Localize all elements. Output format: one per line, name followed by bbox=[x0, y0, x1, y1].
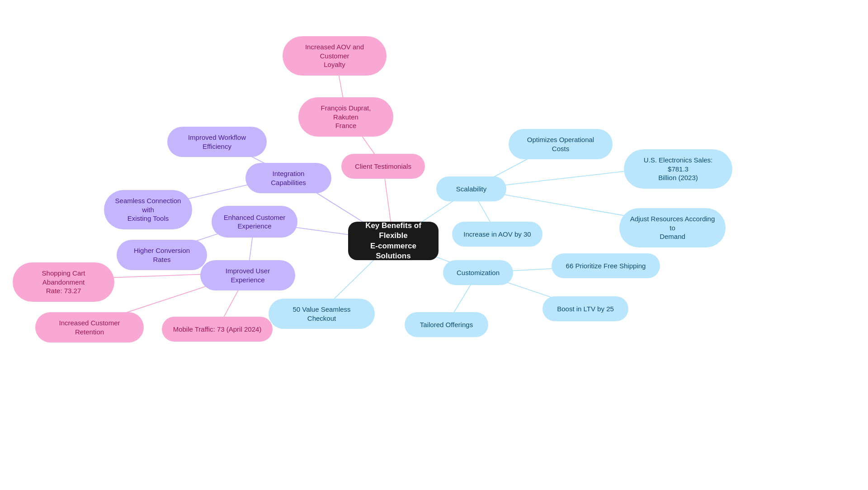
node-optimizes_costs: Optimizes Operational Costs bbox=[509, 129, 613, 159]
node-us_electronics: U.S. Electronics Sales: $781.3 Billion (… bbox=[624, 149, 732, 189]
node-seamless: Seamless Connection with Existing Tools bbox=[104, 190, 192, 229]
node-mobile_traffic: Mobile Traffic: 73 (April 2024) bbox=[162, 317, 273, 342]
node-francois: François Duprat, Rakuten France bbox=[298, 97, 393, 137]
node-seamless_checkout: 50 Value Seamless Checkout bbox=[269, 299, 375, 329]
node-client_testimonials: Client Testimonials bbox=[341, 154, 425, 179]
node-scalability: Scalability bbox=[436, 176, 506, 201]
node-prioritize_shipping: 66 Prioritize Free Shipping bbox=[552, 253, 660, 278]
node-aov_loyalty: Increased AOV and Customer Loyalty bbox=[283, 36, 387, 76]
node-boost_ltv: Boost in LTV by 25 bbox=[542, 296, 628, 321]
node-higher_conv: Higher Conversion Rates bbox=[117, 240, 207, 270]
center-node: Key Benefits of Flexible E-commerce Solu… bbox=[348, 222, 439, 260]
node-increase_aov: Increase in AOV by 30 bbox=[452, 222, 542, 247]
node-tailored: Tailored Offerings bbox=[405, 312, 488, 337]
node-enhanced_cx: Enhanced Customer Experience bbox=[212, 206, 297, 238]
node-integration: Integration Capabilities bbox=[245, 163, 331, 193]
mind-map-canvas: Key Benefits of Flexible E-commerce Solu… bbox=[0, 0, 868, 490]
node-customization: Customization bbox=[443, 260, 513, 285]
node-adjust_resources: Adjust Resources According to Demand bbox=[619, 208, 726, 247]
node-workflow: Improved Workflow Efficiency bbox=[167, 127, 267, 157]
node-improved_ux: Improved User Experience bbox=[200, 260, 295, 290]
node-cust_retention: Increased Customer Retention bbox=[35, 312, 144, 343]
node-cart_abandon: Shopping Cart Abandonment Rate: 73.27 bbox=[13, 262, 114, 302]
